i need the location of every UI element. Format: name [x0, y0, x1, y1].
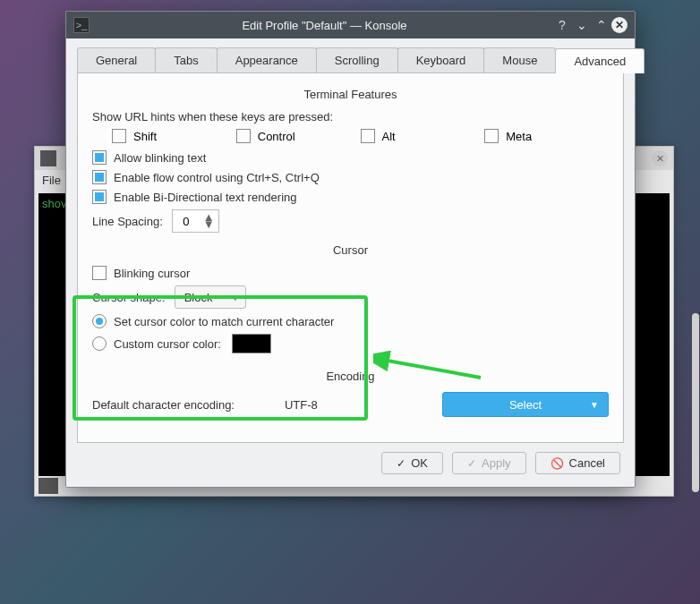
- section-encoding: Encoding: [92, 370, 609, 383]
- label-default-encoding: Default character encoding:: [92, 398, 235, 412]
- tab-advanced[interactable]: Advanced: [555, 48, 645, 73]
- encoding-select-label: Select: [509, 398, 542, 412]
- cancel-button[interactable]: 🚫Cancel: [535, 452, 620, 474]
- checkbox-shift[interactable]: [112, 129, 126, 143]
- label-allow-blinking: Allow blinking text: [114, 151, 206, 165]
- minimize-icon[interactable]: ⌄: [572, 15, 592, 35]
- tabbar: General Tabs Appearance Scrolling Keyboa…: [77, 47, 624, 73]
- label-cursor-shape: Cursor shape:: [92, 291, 166, 304]
- line-spacing-input[interactable]: [173, 215, 200, 228]
- encoding-value: UTF-8: [285, 398, 392, 412]
- background-scrollbar[interactable]: [692, 313, 699, 492]
- tab-scrolling[interactable]: Scrolling: [316, 47, 398, 72]
- apply-button[interactable]: ✓Apply: [452, 452, 526, 474]
- label-control: Control: [258, 130, 295, 143]
- close-icon[interactable]: ✕: [611, 17, 627, 33]
- dialog-button-row: ✓OK ✓Apply 🚫Cancel: [77, 443, 624, 476]
- edit-profile-dialog: >_ Edit Profile "Default" — Konsole ? ⌄ …: [65, 11, 636, 488]
- tab-content-advanced: Terminal Features Show URL hints when th…: [77, 73, 624, 443]
- checkbox-flow-control[interactable]: [92, 170, 107, 184]
- check-icon: ✓: [397, 457, 405, 470]
- label-match-color: Set cursor color to match current charac…: [114, 315, 334, 328]
- custom-color-swatch[interactable]: [232, 334, 271, 353]
- maximize-icon[interactable]: ⌃: [592, 15, 611, 35]
- chevron-down-icon: ▼: [231, 293, 240, 302]
- tab-appearance[interactable]: Appearance: [217, 47, 317, 72]
- checkbox-meta[interactable]: [484, 129, 499, 143]
- label-meta: Meta: [506, 130, 532, 143]
- cancel-icon: 🚫: [551, 457, 564, 470]
- checkbox-alt[interactable]: [361, 129, 375, 143]
- tab-general[interactable]: General: [77, 47, 156, 72]
- label-shift: Shift: [133, 130, 157, 143]
- window-title: Edit Profile "Default" — Konsole: [97, 19, 552, 32]
- label-line-spacing: Line Spacing:: [92, 215, 163, 228]
- bg-statusbar-icon: [38, 478, 58, 494]
- cursor-shape-value: Block: [184, 291, 213, 304]
- checkbox-bidi[interactable]: [92, 190, 107, 204]
- section-terminal-features: Terminal Features: [92, 88, 609, 101]
- url-hints-label: Show URL hints when these keys are press…: [92, 110, 609, 123]
- label-custom-color: Custom cursor color:: [114, 337, 221, 351]
- checkbox-allow-blinking[interactable]: [92, 150, 107, 165]
- spinner-down-icon[interactable]: ▼: [203, 221, 215, 228]
- label-flow-control: Enable flow control using Ctrl+S, Ctrl+Q: [114, 171, 320, 184]
- app-icon: >_: [73, 17, 90, 33]
- check-icon: ✓: [467, 457, 476, 470]
- ok-button[interactable]: ✓OK: [381, 452, 443, 474]
- terminal-app-icon: [40, 150, 56, 166]
- cursor-shape-select[interactable]: Block ▼: [175, 285, 246, 309]
- label-blinking-cursor: Blinking cursor: [114, 267, 190, 280]
- tab-tabs[interactable]: Tabs: [155, 47, 217, 72]
- label-alt: Alt: [382, 130, 396, 143]
- checkbox-control[interactable]: [236, 129, 251, 143]
- bg-close-icon[interactable]: ✕: [652, 150, 668, 166]
- help-icon[interactable]: ?: [552, 15, 572, 35]
- bg-terminal-text: shov: [42, 197, 66, 210]
- radio-match-color[interactable]: [92, 314, 107, 328]
- checkbox-blinking-cursor[interactable]: [92, 266, 107, 280]
- section-cursor: Cursor: [92, 243, 609, 257]
- tab-keyboard[interactable]: Keyboard: [397, 47, 485, 72]
- titlebar[interactable]: >_ Edit Profile "Default" — Konsole ? ⌄ …: [66, 12, 635, 38]
- radio-custom-color[interactable]: [92, 336, 107, 351]
- encoding-select-button[interactable]: Select ▼: [442, 392, 609, 417]
- chevron-down-icon: ▼: [590, 400, 599, 410]
- label-bidi: Enable Bi-Directional text rendering: [114, 191, 297, 204]
- tab-mouse[interactable]: Mouse: [483, 47, 556, 72]
- line-spacing-spinner[interactable]: ▲▼: [172, 209, 219, 233]
